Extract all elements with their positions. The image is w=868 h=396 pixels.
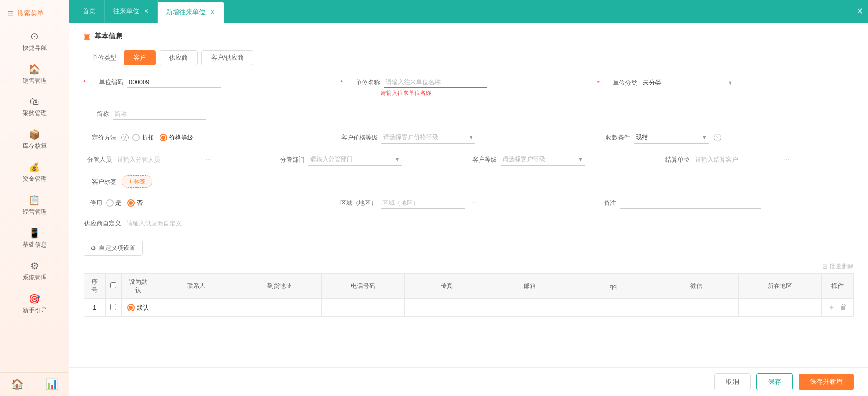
pricing-field: 定价方法 ? 折扣 价格等级: [84, 133, 340, 142]
add-tag-button[interactable]: + 标签: [122, 175, 152, 188]
row-fax-input[interactable]: [410, 304, 483, 311]
col-region: 所在地区: [738, 274, 822, 299]
sidebar-item-purchase[interactable]: 🛍 采购管理: [0, 91, 69, 123]
col-phone: 电话号码: [321, 274, 405, 299]
pricing-radio-group: 折扣 价格等级: [132, 133, 193, 142]
sidebar-item-guide[interactable]: 🎯 新手引导: [0, 287, 69, 320]
pricing-discount[interactable]: 折扣: [132, 133, 154, 142]
unit-name-input[interactable]: [384, 77, 487, 88]
billing-unit-more-btn[interactable]: ···: [784, 155, 790, 164]
row-wechat-input[interactable]: [660, 304, 733, 311]
region-more-btn[interactable]: ···: [471, 199, 477, 207]
sidebar-bottom: 🏠 📊: [0, 372, 69, 396]
unit-type-customer[interactable]: 客户: [124, 50, 156, 65]
unit-type-label: 单位类型: [84, 54, 116, 62]
pricing-discount-label: 折扣: [142, 133, 154, 142]
tab-new-partner[interactable]: 新增往来单位 ✕: [158, 2, 224, 23]
row-address[interactable]: [238, 299, 322, 317]
tab-new-partner-close[interactable]: ✕: [210, 9, 215, 16]
row-default-label: 默认: [137, 303, 149, 312]
disabled-no[interactable]: 否: [127, 199, 143, 207]
unit-code-input[interactable]: [127, 77, 221, 88]
unit-code-label: 单位编码: [91, 78, 123, 86]
sidebar-item-label: 新手引导: [23, 306, 47, 315]
tab-partner[interactable]: 往来单位 ✕: [105, 0, 158, 23]
supplier-custom-input[interactable]: [125, 218, 228, 229]
tab-partner-close[interactable]: ✕: [144, 8, 149, 15]
sidebar-item-label: 库存核算: [23, 142, 47, 150]
sidebar-item-operations[interactable]: 📋 经营管理: [0, 189, 69, 222]
row-wechat[interactable]: [655, 299, 739, 317]
home-bottom-icon[interactable]: 🏠: [11, 378, 23, 390]
row-default[interactable]: 默认: [122, 299, 155, 317]
add-row-icon[interactable]: ＋: [828, 303, 835, 311]
sidebar-item-sales[interactable]: 🏠 销售管理: [0, 58, 69, 91]
sidebar-search[interactable]: ☰ 搜索菜单: [0, 5, 69, 23]
disabled-no-label: 否: [137, 199, 143, 207]
note-field: 备注: [597, 197, 854, 209]
note-input[interactable]: [620, 197, 761, 209]
disabled-yes[interactable]: 是: [106, 199, 122, 207]
pricing-price-level[interactable]: 价格等级: [160, 133, 193, 142]
manager-field: 分管人员 ···: [84, 154, 276, 165]
save-new-button[interactable]: 保存并新增: [799, 374, 854, 390]
section-icon: ▣: [84, 32, 91, 41]
unit-type-supplier[interactable]: 供应商: [160, 50, 198, 65]
unit-type-both[interactable]: 客户/供应商: [201, 50, 253, 65]
custom-settings-button[interactable]: ⚙ 自定义项设置: [84, 241, 143, 256]
customer-price-select[interactable]: 请选择客户价格等级 ▼: [381, 131, 475, 144]
row-email-input[interactable]: [493, 304, 567, 311]
row-phone[interactable]: [321, 299, 405, 317]
save-button[interactable]: 保存: [756, 373, 793, 390]
region-input[interactable]: [381, 197, 465, 209]
manager-more-btn[interactable]: ···: [206, 155, 212, 164]
row-check[interactable]: [106, 299, 122, 317]
payment-terms-help-icon[interactable]: ?: [714, 134, 721, 141]
sidebar-item-quick-nav[interactable]: ⊙ 快捷导航: [0, 25, 69, 58]
row-contact[interactable]: [155, 299, 238, 317]
close-window-icon[interactable]: ✕: [856, 6, 863, 16]
payment-terms-arrow: ▼: [702, 134, 707, 140]
delete-row-icon[interactable]: 🗑: [840, 303, 847, 311]
tab-home[interactable]: 首页: [74, 0, 105, 23]
row-qq[interactable]: [571, 299, 655, 317]
unit-type-field: 单位类型 客户 供应商 客户/供应商: [84, 50, 253, 65]
payment-terms-select[interactable]: 现结 ▼: [634, 131, 709, 144]
row-checkbox[interactable]: [110, 304, 116, 310]
tab-home-label: 首页: [83, 7, 96, 16]
unit-code-field: * 单位编码: [84, 77, 340, 88]
sidebar-item-inventory[interactable]: 📦 库存核算: [0, 123, 69, 156]
payment-terms-label: 收款条件: [597, 133, 630, 142]
row-region[interactable]: [738, 299, 822, 317]
sidebar-item-finance[interactable]: 💰 资金管理: [0, 156, 69, 189]
customer-level-label: 客户等级: [469, 155, 497, 164]
dept-select[interactable]: 请输入分管部门 ▼: [308, 153, 402, 166]
row-address-input[interactable]: [243, 304, 317, 311]
billing-unit-input[interactable]: [693, 154, 778, 165]
row-contact-input[interactable]: [160, 304, 234, 311]
cancel-button[interactable]: 取消: [714, 373, 751, 390]
sidebar-item-basic[interactable]: 📱 基础信息: [0, 222, 69, 255]
row-phone-input[interactable]: [327, 304, 400, 311]
row-qq-input[interactable]: [576, 304, 650, 311]
unit-category-label: 单位分类: [604, 79, 637, 87]
row-actions: ＋ 🗑: [822, 299, 854, 317]
row-email[interactable]: [488, 299, 571, 317]
customer-level-select[interactable]: 请选择客户等级 ▼: [501, 153, 585, 166]
pricing-help-icon[interactable]: ?: [121, 134, 129, 141]
row-fax[interactable]: [405, 299, 488, 317]
row-region-input[interactable]: [743, 304, 817, 311]
batch-delete-area[interactable]: ⊟ 批量删除: [84, 262, 854, 271]
manager-input[interactable]: [115, 154, 200, 165]
select-all-checkbox[interactable]: [110, 282, 116, 288]
pricing-price-level-label: 价格等级: [169, 133, 193, 142]
unit-category-select[interactable]: 未分类 ▼: [641, 77, 735, 89]
batch-delete-icon: ⊟: [822, 263, 828, 270]
sidebar-item-system[interactable]: ⚙ 系统管理: [0, 255, 69, 287]
chart-bottom-icon[interactable]: 📊: [46, 378, 58, 390]
sidebar-item-label: 资金管理: [23, 175, 47, 183]
tab-new-partner-label: 新增往来单位: [166, 8, 206, 16]
short-name-input[interactable]: [113, 109, 206, 120]
tag-row: 客户标签 + 标签: [84, 175, 854, 188]
row-default-radio[interactable]: 默认: [126, 303, 150, 312]
